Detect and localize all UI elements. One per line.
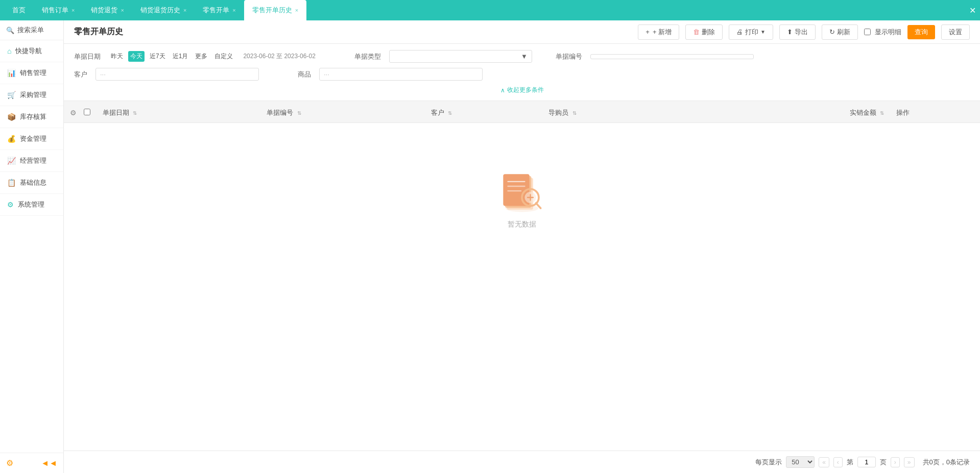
display-detail-input[interactable] [864,29,871,35]
empty-text: 暂无数据 [508,220,536,229]
goods-dots: ··· [324,70,329,78]
main-layout: 🔍 搜索采单 ⌂ 快捷导航 📊 销售管理 🛒 采购管理 📦 库存核算 💰 资金管… [0,20,980,473]
empty-illustration [494,164,550,220]
customer-dots: ··· [100,70,106,78]
per-page-label: 每页显示 [755,458,782,467]
goods-label: 商品 [298,70,311,79]
total-label: 共0页，0条记录 [923,458,970,467]
first-page-btn[interactable]: « [819,457,829,467]
main-table: ⚙ 单据日期 ⇅ 单据编号 ⇅ 客户 ⇅ [64,103,980,270]
export-button[interactable]: ⬆ 导出 [779,24,816,40]
sort-salesperson-icon[interactable]: ⇅ [572,110,577,116]
tab-home[interactable]: 首页 [4,0,34,20]
collapse-row: ∧ 收起更多条件 [74,86,970,94]
delete-button[interactable]: 🗑 删除 [685,24,723,40]
th-number: 单据编号 ⇅ [260,103,425,123]
settings-button[interactable]: 设置 [941,24,970,40]
add-icon: + [646,28,650,36]
collapse-up-icon: ∧ [500,87,505,94]
sidebar-item-quick-nav[interactable]: ⌂ 快捷导航 [0,40,63,62]
close-tab-sales-return-history[interactable]: × [183,7,186,13]
prev-page-btn[interactable]: ‹ [833,457,843,467]
sort-date-icon[interactable]: ⇅ [133,110,137,116]
search-icon: 🔍 [6,27,14,34]
tab-sales-return-history[interactable]: 销货退货历史 × [132,0,195,20]
empty-state-row: 暂无数据 [64,123,980,270]
tab-retail-open-history[interactable]: 零售开单历史 × [244,0,306,20]
customer-input[interactable]: ··· [95,68,259,81]
print-icon: 🖨 [736,28,743,36]
pagination: 每页显示 50 20 100 « ‹ 第 页 › » 共0页，0条记录 [64,451,980,473]
header-actions: + + 新增 🗑 删除 🖨 打印 ▼ ⬆ 导出 ↻ [638,24,970,40]
date-1month[interactable]: 近1月 [171,51,190,62]
next-page-btn[interactable]: › [891,457,900,467]
date-label: 单据日期 [74,52,101,61]
select-all-checkbox[interactable] [84,109,90,115]
last-page-btn[interactable]: » [904,457,915,467]
delete-icon: 🗑 [693,28,700,36]
query-button[interactable]: 查询 [907,25,935,39]
date-today[interactable]: 今天 [128,51,145,62]
sidebar-item-sales-mgmt[interactable]: 📊 销售管理 [0,62,63,84]
doc-number-input[interactable] [590,54,754,59]
th-date: 单据日期 ⇅ [97,103,261,123]
sidebar-item-operations[interactable]: 📈 经营管理 [0,150,63,172]
refresh-button[interactable]: ↻ 刷新 [822,24,858,40]
sort-amount-icon[interactable]: ⇅ [880,110,884,116]
ops-icon: 📈 [7,157,16,165]
page-input[interactable] [857,457,876,467]
date-yesterday[interactable]: 昨天 [109,51,125,62]
filter-row-1: 单据日期 昨天 今天 近7天 近1月 更多 自定义 2023-06-02 至 2… [74,50,970,63]
close-tab-retail-open-history[interactable]: × [295,7,298,13]
th-spacer [683,103,726,123]
settings-gear-icon[interactable]: ⚙ [6,458,13,468]
date-more[interactable]: 更多 [193,51,209,62]
tab-sales-order[interactable]: 销售订单 × [34,0,83,20]
sidebar-item-basic-info[interactable]: 📋 基础信息 [0,172,63,194]
date-7days[interactable]: 近7天 [148,51,168,62]
th-customer: 客户 ⇅ [425,103,542,123]
display-detail-checkbox[interactable]: 显示明细 [864,28,901,37]
tab-sales-return[interactable]: 销货退货 × [83,0,132,20]
doc-number-label: 单据编号 [556,52,582,61]
per-page-select[interactable]: 50 20 100 [786,456,815,468]
sidebar-item-system[interactable]: ⚙ 系统管理 [0,194,63,216]
close-tab-sales-return[interactable]: × [121,7,124,13]
chart-icon: 📊 [7,69,16,77]
close-window-btn[interactable]: ✕ [969,6,976,15]
tab-retail-open[interactable]: 零售开单 × [195,0,244,20]
doc-type-label: 单据类型 [354,52,381,61]
content-area: 零售开单历史 + + 新增 🗑 删除 🖨 打印 ▼ ⬆ 导出 [64,20,980,473]
close-tab-retail-open[interactable]: × [232,7,235,13]
date-range-display: 2023-06-02 至 2023-06-02 [243,52,315,61]
sidebar-item-inventory[interactable]: 📦 库存核算 [0,106,63,128]
cart-icon: 🛒 [7,91,16,99]
table-body: 暂无数据 [64,123,980,270]
box-icon: 📦 [7,113,16,121]
nav-right-controls: ✕ [969,6,976,15]
th-amount: 实销金额 ⇅ [726,103,891,123]
sort-number-icon[interactable]: ⇅ [297,110,301,116]
doc-type-select[interactable]: ▼ [389,50,532,63]
nav-tabs: 首页 销售订单 × 销货退货 × 销货退货历史 × 零售开单 × 零售开单历史 … [4,0,969,20]
filter-area: 单据日期 昨天 今天 近7天 近1月 更多 自定义 2023-06-02 至 2… [64,44,980,101]
filter-row-2: 客户 ··· 商品 ··· [74,68,970,81]
refresh-icon: ↻ [829,28,835,36]
sort-customer-icon[interactable]: ⇅ [448,110,452,116]
date-custom[interactable]: 自定义 [212,51,235,62]
export-icon: ⬆ [787,28,793,36]
sidebar-search[interactable]: 🔍 搜索采单 [0,20,63,40]
table-header-row: ⚙ 单据日期 ⇅ 单据编号 ⇅ 客户 ⇅ [64,103,980,123]
date-shortcuts: 昨天 今天 近7天 近1月 更多 自定义 [109,51,235,62]
add-button[interactable]: + + 新增 [638,24,679,40]
print-button[interactable]: 🖨 打印 ▼ [729,24,773,40]
table-area: ⚙ 单据日期 ⇅ 单据编号 ⇅ 客户 ⇅ [64,103,980,451]
goods-input[interactable]: ··· [319,68,483,81]
close-tab-sales-order[interactable]: × [71,7,75,13]
collapse-sidebar-icon[interactable]: ◄◄ [41,459,57,468]
sidebar-item-finance[interactable]: 💰 资金管理 [0,128,63,150]
sidebar-item-purchase-mgmt[interactable]: 🛒 采购管理 [0,84,63,106]
collapse-button[interactable]: ∧ 收起更多条件 [500,86,544,94]
table-settings-icon[interactable]: ⚙ [70,109,77,117]
sidebar: 🔍 搜索采单 ⌂ 快捷导航 📊 销售管理 🛒 采购管理 📦 库存核算 💰 资金管… [0,20,64,473]
